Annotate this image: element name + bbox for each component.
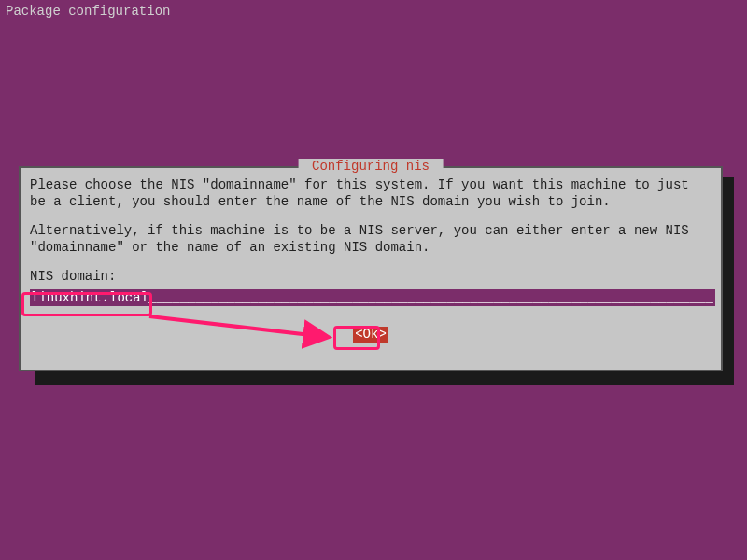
button-row: <Ok> — [30, 327, 712, 343]
dialog-title: Configuring nis — [299, 159, 444, 175]
page-title: Package configuration — [6, 4, 170, 21]
nis-domain-input-row: linuxhint.local_________________________… — [30, 289, 712, 306]
dialog-paragraph-1: Please choose the NIS "domainname" for t… — [30, 177, 712, 210]
nis-domain-input[interactable]: linuxhint.local_________________________… — [30, 289, 715, 306]
ok-button[interactable]: <Ok> — [353, 327, 388, 343]
field-label-nis-domain: NIS domain: — [30, 269, 712, 286]
dialog-configuring-nis: Configuring nis Please choose the NIS "d… — [19, 166, 723, 371]
dialog-paragraph-2: Alternatively, if this machine is to be … — [30, 223, 712, 256]
